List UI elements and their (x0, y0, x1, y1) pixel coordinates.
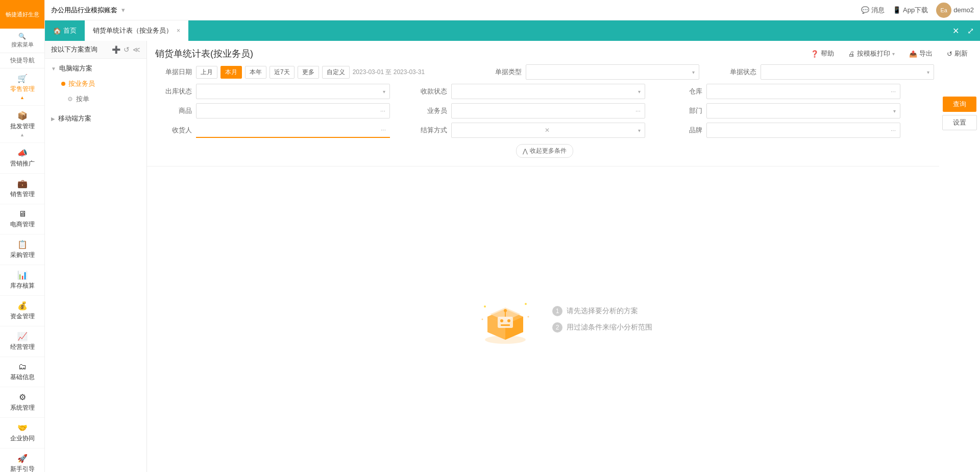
collapse-btn[interactable]: ⋀ 收起更多条件 (516, 144, 573, 158)
export-btn[interactable]: 📤 导出 (905, 47, 937, 60)
sidebar-item-marketing[interactable]: 📣 营销推广 (0, 143, 44, 174)
scheme-by-staff[interactable]: 按业务员 (45, 76, 146, 91)
scheme-group-mobile-header[interactable]: ▶ 移动端方案 (45, 111, 146, 126)
query-btn-area: 查询 设置 (939, 60, 980, 167)
help-label: 帮助 (821, 49, 834, 58)
sidebar-item-purchase[interactable]: 📋 采购管理 (0, 234, 44, 265)
quick-nav[interactable]: 快捷导航 (0, 53, 44, 68)
hint-num-2: 2 (552, 322, 562, 333)
newbie-icon: 🚀 (17, 454, 28, 463)
ecommerce-icon: 🖥 (18, 209, 27, 219)
page-title: 销货单统计表(按业务员) (155, 48, 253, 60)
inventory-icon: 📊 (17, 270, 28, 280)
sidebar-item-operation-label: 经营管理 (10, 343, 35, 351)
sidebar-item-system[interactable]: ⚙ 系统管理 (0, 387, 44, 418)
topbar-title: 办公用品行业模拟账套 (51, 6, 117, 15)
doc-type-field[interactable]: ▾ (526, 64, 699, 80)
date-7days-btn[interactable]: 近7天 (270, 66, 295, 79)
left-panel: 按以下方案查询 ➕ ↺ ≪ ▼ 电脑端方案 按业务员 ⚙ 按单 (45, 41, 147, 472)
doc-type-caret: ▾ (692, 69, 695, 75)
scheme-by-order[interactable]: ⚙ 按单 (45, 91, 146, 107)
date-last-month-btn[interactable]: 上月 (196, 66, 217, 79)
app-download-btn[interactable]: 📱 App下载 (893, 6, 928, 15)
tab-sales-stats[interactable]: 销货单统计表（按业务员） × (85, 20, 188, 41)
tab-close-window-btn[interactable]: ✕ (950, 24, 961, 38)
dept-caret: ▾ (893, 108, 896, 114)
app-logo: 畅捷通好生意 (0, 0, 45, 29)
svg-point-8 (507, 319, 510, 322)
filter-row-1: 单据日期 上月 本月 本年 近7天 更多 自定义 2023-03-01 至 20… (155, 64, 934, 80)
sidebar-item-inventory[interactable]: 📊 库存核算 (0, 265, 44, 296)
operation-icon: 📈 (17, 332, 28, 341)
search-menu-label: 搜索菜单 (0, 41, 44, 49)
marketing-icon: 📣 (17, 148, 28, 158)
filter-wrapper: 单据日期 上月 本月 本年 近7天 更多 自定义 2023-03-01 至 20… (147, 60, 980, 167)
dept-field[interactable]: ▾ (706, 103, 900, 119)
settings-btn[interactable]: 设置 (942, 115, 977, 130)
add-scheme-btn[interactable]: ➕ (112, 45, 120, 54)
collect-status-caret: ▾ (638, 89, 641, 95)
sidebar-item-marketing-label: 营销推广 (10, 159, 35, 168)
topbar-left: 办公用品行业模拟账套 ▾ (51, 6, 125, 15)
out-status-field[interactable]: ▾ (196, 84, 390, 99)
sidebar-item-basic[interactable]: 🗂 基础信息 (0, 357, 44, 387)
refresh-label: 刷新 (954, 49, 968, 58)
group-expand-icon2: ▶ (51, 116, 55, 122)
receiver-field[interactable]: ··· (196, 123, 390, 138)
finance-icon: 💰 (17, 301, 28, 311)
sidebar-item-newbie[interactable]: 🚀 新手引导 (0, 449, 44, 472)
tabs-actions: ✕ ⤢ (950, 24, 980, 38)
message-icon: 💬 (861, 6, 869, 14)
scheme-group-mobile-label: 移动端方案 (58, 114, 91, 123)
scheme-group-desktop-header[interactable]: ▼ 电脑端方案 (45, 61, 146, 76)
goods-dots: ··· (380, 107, 385, 114)
message-btn[interactable]: 💬 消息 (861, 6, 885, 15)
refresh-scheme-btn[interactable]: ↺ (124, 45, 130, 54)
date-custom-btn[interactable]: 自定义 (322, 66, 350, 79)
tab-maximize-btn[interactable]: ⤢ (965, 24, 976, 38)
help-btn[interactable]: ❓ 帮助 (806, 47, 838, 60)
hint-num-1: 1 (552, 306, 562, 316)
settings-sub-icon: ⚙ (67, 96, 73, 103)
goods-field[interactable]: ··· (196, 103, 390, 119)
collect-status-field[interactable]: ▾ (451, 84, 645, 99)
brand-field[interactable]: ··· (706, 123, 900, 138)
sidebar-item-retail[interactable]: 🛒 零售管理 ▲ (0, 68, 44, 106)
brand-dots: ··· (891, 127, 896, 134)
sidebar-item-coop[interactable]: 🤝 企业协同 (0, 418, 44, 449)
topbar-dropdown-icon[interactable]: ▾ (121, 6, 125, 14)
sidebar-item-sales-label: 销售管理 (10, 190, 35, 199)
user-info[interactable]: Ea demo2 (936, 3, 974, 18)
payment-clear-btn[interactable]: ✕ (545, 127, 550, 134)
doc-status-field[interactable]: ▾ (761, 64, 934, 80)
search-icon: 🔍 (18, 33, 26, 40)
scheme-group-desktop: ▼ 电脑端方案 按业务员 ⚙ 按单 (45, 59, 146, 109)
refresh-btn[interactable]: ↺ 刷新 (943, 47, 972, 60)
sidebar-item-system-label: 系统管理 (10, 404, 35, 412)
sidebar-item-operation[interactable]: 📈 经营管理 (0, 326, 44, 357)
print-btn[interactable]: 🖨 按模板打印 ▾ (844, 47, 899, 60)
search-menu[interactable]: 🔍 搜索菜单 (0, 29, 44, 53)
sidebar-item-finance[interactable]: 💰 资金管理 (0, 296, 44, 326)
main-area: 办公用品行业模拟账套 ▾ 💬 消息 📱 App下载 Ea demo2 🏠 首页 (45, 0, 980, 472)
sidebar-item-sales[interactable]: 💼 销售管理 (0, 174, 44, 204)
tab-bar: 🏠 首页 销货单统计表（按业务员） × ✕ ⤢ (45, 20, 980, 41)
collapse-panel-btn[interactable]: ≪ (133, 45, 140, 54)
sidebar-item-ecommerce[interactable]: 🖥 电商管理 (0, 204, 44, 234)
tab-close-btn[interactable]: × (177, 27, 180, 34)
query-btn[interactable]: 查询 (943, 97, 976, 112)
sidebar-item-newbie-label: 新手引导 (10, 465, 35, 472)
payment-field[interactable]: ✕ ▾ (451, 123, 645, 138)
sidebar-item-wholesale[interactable]: 📦 批发管理 ▲ (0, 106, 44, 143)
out-status-caret: ▾ (383, 89, 385, 95)
sidebar: 畅捷通好生意 🔍 搜索菜单 快捷导航 🛒 零售管理 ▲ 📦 批发管理 ▲ 📣 营… (0, 0, 45, 472)
payment-caret: ▾ (638, 128, 641, 133)
warehouse-field[interactable]: ··· (706, 84, 900, 99)
date-this-year-btn[interactable]: 本年 (245, 66, 266, 79)
svg-point-14 (482, 319, 483, 320)
date-this-month-btn[interactable]: 本月 (220, 66, 242, 79)
tab-home[interactable]: 🏠 首页 (45, 20, 85, 41)
staff-field[interactable]: ··· (451, 103, 645, 119)
filter-area: 单据日期 上月 本月 本年 近7天 更多 自定义 2023-03-01 至 20… (147, 60, 980, 167)
date-more-btn[interactable]: 更多 (298, 66, 319, 79)
